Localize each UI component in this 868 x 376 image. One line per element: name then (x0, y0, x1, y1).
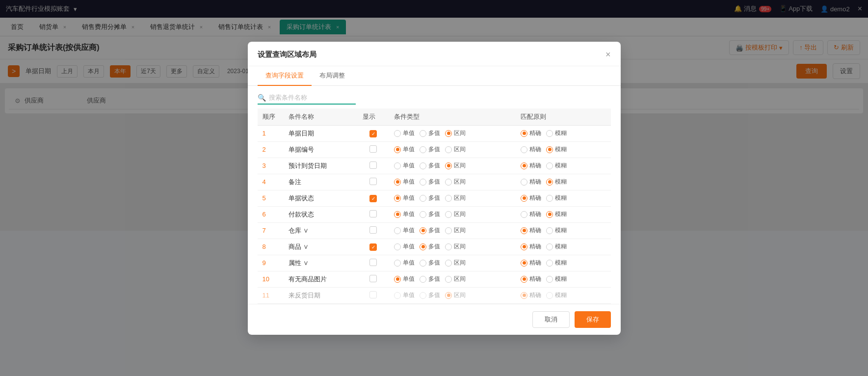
type-radio-multi[interactable]: 多值 (420, 129, 440, 137)
type-radio-interval[interactable]: 区间 (445, 226, 466, 231)
checkbox-icon[interactable] (369, 226, 377, 231)
modal-close-button[interactable]: × (605, 50, 611, 60)
match-radio-fuzzy[interactable]: 模糊 (546, 226, 567, 231)
row-order: 3 (258, 158, 284, 174)
radio-circle-icon (521, 130, 527, 137)
match-radio-precise[interactable]: 精确 (521, 178, 541, 186)
type-radio-single[interactable]: 单值 (394, 226, 415, 231)
checkbox-icon[interactable]: ✓ (369, 195, 377, 202)
row-show-checkbox[interactable] (358, 206, 389, 222)
row-match: 精确模糊 (516, 158, 610, 174)
radio-circle-icon (546, 130, 553, 137)
row-type: 单值多值区间 (389, 141, 516, 158)
modal-title: 设置查询区域布局 (258, 50, 316, 59)
match-radio-precise[interactable]: 精确 (521, 226, 541, 231)
type-radio-group: 单值多值区间 (394, 129, 511, 137)
checkbox-icon[interactable] (369, 161, 377, 169)
type-radio-group: 单值多值区间 (394, 178, 511, 186)
row-type: 单值多值区间 (389, 190, 516, 206)
type-radio-multi[interactable]: 多值 (420, 161, 440, 170)
radio-circle-icon (546, 146, 553, 153)
match-radio-fuzzy[interactable]: 模糊 (546, 178, 567, 186)
match-radio-fuzzy[interactable]: 模糊 (546, 194, 567, 202)
row-order: 5 (258, 190, 284, 206)
type-radio-group: 单值多值区间 (394, 226, 511, 231)
radio-label: 单值 (403, 226, 415, 231)
checkbox-icon[interactable] (369, 145, 377, 153)
radio-label: 模糊 (555, 145, 567, 154)
type-radio-single[interactable]: 单值 (394, 129, 415, 137)
checkbox-icon[interactable] (369, 210, 377, 217)
type-radio-multi[interactable]: 多值 (420, 210, 440, 218)
modal-tabs: 查询字段设置 布局调整 (248, 66, 621, 86)
row-order: 2 (258, 141, 284, 158)
type-radio-multi[interactable]: 多值 (420, 226, 440, 231)
modal-overlay: 设置查询区域布局 × 查询字段设置 布局调整 🔍 顺序 (0, 0, 868, 231)
modal-tab-query-fields[interactable]: 查询字段设置 (258, 66, 312, 86)
radio-circle-icon (445, 130, 452, 137)
radio-circle-icon (445, 211, 452, 218)
type-radio-single[interactable]: 单值 (394, 178, 415, 186)
row-show-checkbox[interactable] (358, 141, 389, 158)
row-show-checkbox[interactable] (358, 174, 389, 190)
checkbox-icon[interactable] (369, 178, 377, 185)
row-match: 精确模糊 (516, 222, 610, 231)
type-radio-single[interactable]: 单值 (394, 210, 415, 218)
row-type: 单值多值区间 (389, 222, 516, 231)
match-radio-precise[interactable]: 精确 (521, 129, 541, 137)
match-radio-group: 精确模糊 (521, 178, 605, 186)
search-input[interactable] (269, 94, 347, 101)
radio-label: 多值 (428, 210, 440, 218)
type-radio-multi[interactable]: 多值 (420, 194, 440, 202)
row-condition-name: 备注 (284, 174, 357, 190)
match-radio-group: 精确模糊 (521, 129, 605, 137)
radio-label: 模糊 (555, 194, 567, 202)
radio-label: 区间 (454, 145, 466, 154)
radio-label: 精确 (529, 145, 541, 154)
type-radio-interval[interactable]: 区间 (445, 194, 466, 202)
type-radio-single[interactable]: 单值 (394, 161, 415, 170)
type-radio-interval[interactable]: 区间 (445, 210, 466, 218)
match-radio-fuzzy[interactable]: 模糊 (546, 161, 567, 170)
match-radio-precise[interactable]: 精确 (521, 145, 541, 154)
type-radio-single[interactable]: 单值 (394, 145, 415, 154)
type-radio-multi[interactable]: 多值 (420, 145, 440, 154)
settings-modal: 设置查询区域布局 × 查询字段设置 布局调整 🔍 顺序 (248, 42, 621, 231)
radio-circle-icon (420, 179, 426, 186)
match-radio-group: 精确模糊 (521, 210, 605, 218)
modal-tab-layout[interactable]: 布局调整 (312, 66, 353, 86)
table-row: 4备注单值多值区间精确模糊 (258, 174, 611, 190)
row-type: 单值多值区间 (389, 125, 516, 141)
type-radio-single[interactable]: 单值 (394, 194, 415, 202)
match-radio-precise[interactable]: 精确 (521, 194, 541, 202)
radio-circle-icon (445, 227, 452, 231)
radio-label: 精确 (529, 129, 541, 137)
type-radio-interval[interactable]: 区间 (445, 161, 466, 170)
radio-label: 模糊 (555, 226, 567, 231)
table-row: 3预计到货日期单值多值区间精确模糊 (258, 158, 611, 174)
type-radio-interval[interactable]: 区间 (445, 178, 466, 186)
match-radio-fuzzy[interactable]: 模糊 (546, 145, 567, 154)
match-radio-fuzzy[interactable]: 模糊 (546, 129, 567, 137)
radio-label: 模糊 (555, 161, 567, 170)
row-order: 4 (258, 174, 284, 190)
match-radio-precise[interactable]: 精确 (521, 161, 541, 170)
row-show-checkbox[interactable]: ✓ (358, 125, 389, 141)
type-radio-multi[interactable]: 多值 (420, 178, 440, 186)
row-condition-name: 单据状态 (284, 190, 357, 206)
radio-label: 多值 (428, 129, 440, 137)
row-type: 单值多值区间 (389, 158, 516, 174)
match-radio-fuzzy[interactable]: 模糊 (546, 210, 567, 218)
row-show-checkbox[interactable] (358, 158, 389, 174)
type-radio-interval[interactable]: 区间 (445, 129, 466, 137)
row-show-checkbox[interactable] (358, 222, 389, 231)
match-radio-precise[interactable]: 精确 (521, 210, 541, 218)
checkbox-icon[interactable]: ✓ (369, 130, 377, 137)
type-radio-group: 单值多值区间 (394, 161, 511, 170)
radio-circle-icon (394, 211, 401, 218)
row-show-checkbox[interactable]: ✓ (358, 190, 389, 206)
radio-circle-icon (420, 211, 426, 218)
radio-label: 区间 (454, 226, 466, 231)
th-type: 条件类型 (389, 108, 516, 126)
type-radio-interval[interactable]: 区间 (445, 145, 466, 154)
